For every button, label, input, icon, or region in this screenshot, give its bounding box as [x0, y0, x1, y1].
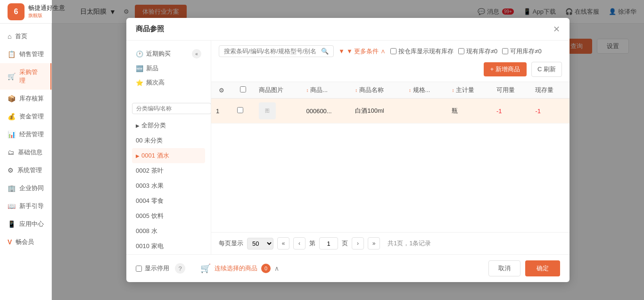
arrow-icon: ▶	[136, 123, 140, 128]
category-list: ▶ 全部分类 00 未分类 ▶ 0001 酒水 0002 茶	[126, 118, 211, 254]
cancel-button[interactable]: 取消	[488, 260, 520, 276]
checkbox-available-nonzero[interactable]: 可用库存≠0	[502, 47, 541, 56]
checkbox-stock-nonzero[interactable]: 现有库存≠0	[458, 47, 497, 56]
col-check	[232, 82, 254, 99]
page-number-input[interactable]	[319, 237, 338, 250]
row-image-cell: 图	[254, 99, 302, 124]
row-checkbox[interactable]	[237, 107, 243, 113]
first-page-button[interactable]: «	[277, 237, 289, 250]
row-spec	[404, 99, 447, 124]
show-disabled-label[interactable]: 显示停用	[136, 264, 169, 273]
cat-item-00[interactable]: 00 未分类	[132, 133, 205, 148]
sidebar-item-guide[interactable]: 📖 新手引导	[0, 197, 51, 215]
refresh-button[interactable]: C 刷新	[531, 62, 562, 77]
row-code: 000600...	[301, 99, 350, 124]
cat-item-0010[interactable]: 0010 家电	[132, 239, 205, 254]
add-product-button[interactable]: + 新增商品	[484, 62, 527, 76]
col-spec[interactable]: ↕ 规格...	[404, 82, 447, 99]
footer-cart[interactable]: 🛒 连续选择的商品 0 ∧	[200, 263, 279, 274]
filter-new[interactable]: 🆕 新品	[132, 61, 205, 75]
sidebar-item-purchase[interactable]: 🛒 采购管理	[0, 63, 51, 90]
more-filter-button[interactable]: ▼ ▼ 更多条件 ∧	[339, 47, 386, 56]
sidebar-item-vip[interactable]: V 畅会员	[0, 233, 51, 251]
stock-nonzero-checkbox[interactable]	[458, 48, 464, 54]
sidebar-item-enterprise[interactable]: 🏢 企业协同	[0, 179, 51, 197]
col-stock: 现存量	[530, 82, 570, 99]
category-search-input[interactable]	[132, 103, 211, 114]
guide-icon: 📖	[8, 202, 16, 210]
collapse-button[interactable]: «	[192, 49, 201, 58]
footer-actions: 取消 确定	[488, 260, 560, 276]
cat-item-0004[interactable]: 0004 零食	[132, 193, 205, 208]
system-icon: ⚙	[8, 167, 14, 174]
show-disabled-checkbox[interactable]	[136, 266, 142, 272]
product-search-modal: 商品参照 ✕ 🕐 近期购买 « �	[126, 18, 570, 282]
cat-item-0002[interactable]: 0002 茶叶	[132, 163, 205, 178]
modal-close-button[interactable]: ✕	[553, 25, 560, 33]
col-settings[interactable]: ⚙	[211, 82, 232, 99]
confirm-button[interactable]: 确定	[525, 260, 560, 276]
cat-item-0005[interactable]: 0005 饮料	[132, 208, 205, 224]
table-row[interactable]: 1 图 000600... 白酒100ml 瓶	[211, 99, 570, 124]
sidebar-item-home[interactable]: ⌂ 首页	[0, 27, 51, 45]
row-unit: 瓶	[447, 99, 492, 124]
available-nonzero-checkbox[interactable]	[502, 48, 508, 54]
cat-item-all[interactable]: ▶ 全部分类	[132, 118, 205, 133]
new-icon: 🆕	[136, 65, 143, 72]
row-stock: -1	[530, 99, 570, 124]
col-image: 商品图片	[254, 82, 302, 99]
sidebar-item-system[interactable]: ⚙ 系统管理	[0, 161, 51, 179]
sidebar-item-finance[interactable]: 💰 资金管理	[0, 108, 51, 125]
filter-recent[interactable]: 🕐 近期购买 «	[132, 46, 205, 61]
filter-icon: ▼	[339, 48, 345, 55]
warehouse-checkbox[interactable]	[390, 48, 396, 54]
page-label: 第	[309, 239, 315, 248]
table-settings-icon[interactable]: ⚙	[219, 87, 224, 94]
product-data-table: ⚙ 商品图片 ↕ 商品... ↕ 商品名称 ↕ 规格... ↕ 主计量 可用量	[211, 82, 570, 124]
frequent-icon: ⭐	[136, 79, 143, 86]
expand-icon[interactable]: ∧	[274, 265, 279, 272]
product-search-input[interactable]	[224, 48, 318, 55]
product-panel: 🔍 ▼ ▼ 更多条件 ∧ 按仓库显示现有库存	[211, 41, 570, 254]
operations-icon: 📊	[8, 131, 16, 138]
cart-icon: 🛒	[200, 263, 211, 274]
purchase-icon: 🛒	[8, 73, 16, 80]
sales-icon: 📋	[8, 50, 16, 58]
select-all-checkbox[interactable]	[240, 86, 246, 92]
sidebar-item-basic[interactable]: 🗂 基础信息	[0, 143, 51, 161]
row-name: 白酒100ml	[350, 99, 404, 124]
product-table: ⚙ 商品图片 ↕ 商品... ↕ 商品名称 ↕ 规格... ↕ 主计量 可用量	[211, 82, 570, 232]
quick-filters: 🕐 近期购买 « 🆕 新品 ⭐ 频次高	[126, 46, 211, 90]
category-search: 🔍	[132, 103, 205, 114]
cart-count-badge: 0	[261, 264, 271, 273]
product-search-bar: 🔍	[219, 45, 334, 57]
cat-item-0001[interactable]: ▶ 0001 酒水	[132, 148, 205, 163]
cat-item-0008[interactable]: 0008 水	[132, 224, 205, 239]
cat-item-0003[interactable]: 0003 水果	[132, 178, 205, 193]
help-icon[interactable]: ?	[175, 263, 185, 274]
filter-frequent[interactable]: ⭐ 频次高	[132, 75, 205, 90]
main-content: 查询 设置 商品参照 ✕ 🕐	[52, 24, 644, 300]
sidebar-item-app[interactable]: 📱 应用中心	[0, 215, 51, 233]
page-size-select[interactable]: 10 20 50 100	[247, 238, 273, 250]
finance-icon: 💰	[8, 113, 16, 120]
basic-icon: 🗂	[8, 149, 14, 156]
next-page-button[interactable]: ›	[352, 237, 364, 250]
col-name[interactable]: ↕ 商品名称	[350, 82, 404, 99]
row-num: 1	[211, 99, 232, 124]
col-code[interactable]: ↕ 商品...	[301, 82, 350, 99]
sidebar-item-operations[interactable]: 📊 经营管理	[0, 125, 51, 143]
inventory-icon: 📦	[8, 95, 16, 102]
last-page-button[interactable]: »	[368, 237, 380, 250]
prev-page-button[interactable]: ‹	[293, 237, 305, 250]
active-arrow-icon: ▶	[136, 153, 140, 158]
sidebar-item-inventory[interactable]: 📦 库存核算	[0, 90, 51, 108]
sidebar-item-sales[interactable]: 📋 销售管理	[0, 45, 51, 63]
checkbox-warehouse[interactable]: 按仓库显示现有库存	[390, 47, 454, 56]
pagination-bar: 每页显示 10 20 50 100 « ‹ 第 页	[211, 232, 570, 254]
col-unit[interactable]: ↕ 主计量	[447, 82, 492, 99]
search-bar-icon[interactable]: 🔍	[321, 48, 329, 55]
modal-title: 商品参照	[136, 25, 164, 33]
page-size-label: 每页显示	[219, 239, 243, 248]
layout: ⌂ 首页 📋 销售管理 🛒 采购管理 📦 库存核算 💰 资金管理 📊 经营管理 …	[0, 24, 644, 300]
